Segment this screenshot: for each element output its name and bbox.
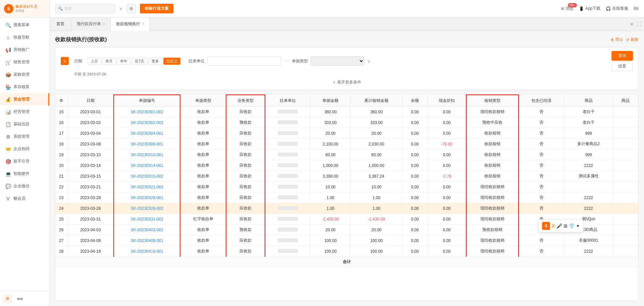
table-row[interactable]: 22 2023-03-21 SK-20230321-003 收款单 应收款 10…	[55, 182, 638, 192]
sidebar-item-shortcut[interactable]: ⌂快捷导航	[0, 31, 49, 44]
sidebar-item-search[interactable]: 🔍搜索菜单	[0, 19, 49, 31]
table-row[interactable]: 26 2023-04-03 SK-20230403-002 收款单 预收款 20…	[55, 225, 638, 235]
sidebar-item-purchase[interactable]: 📦采购管理	[0, 68, 49, 81]
online-service-button[interactable]: 🎧 在线客服	[606, 6, 628, 11]
sidebar-item-member[interactable]: V畅会员	[0, 192, 49, 205]
filter-expand-button[interactable]: »	[61, 57, 69, 65]
doc-no-link[interactable]: SK-20230302-002	[130, 120, 163, 125]
filter-settings-button[interactable]: 设置	[611, 61, 633, 71]
total-label: 合计	[55, 257, 638, 267]
th-settings[interactable]: ⚙	[55, 95, 67, 107]
sidebar-item-operation[interactable]: 📊经营管理	[0, 106, 49, 118]
tabs-fullscreen-icon[interactable]: ⛶	[637, 21, 641, 27]
sidebar-item-marketing[interactable]: 📢营销推广	[0, 44, 49, 56]
cell-product2	[613, 182, 638, 192]
table-row[interactable]: 24 2023-03-28 SK-20230328-002 收款单 应收款 1.…	[55, 203, 638, 214]
cell-included: 否	[519, 214, 564, 225]
doc-type-select[interactable]	[311, 56, 364, 66]
table-row[interactable]: 23 2023-03-28 SK-20230328-001 收款单 应收款 1.…	[55, 192, 638, 203]
doc-no-link[interactable]: SK-20230408-001	[130, 238, 163, 243]
cell-amount: 20.00	[311, 128, 351, 139]
custom-date-btn[interactable]: 自定义	[163, 58, 180, 65]
cell-doc-no: SK-20230308-001	[114, 139, 180, 149]
export-button[interactable]: ⬆ 导出	[610, 37, 623, 43]
table-row[interactable]: 27 2023-04-08 SK-20230408-001 收款单 应收款 10…	[55, 235, 638, 246]
this-year-btn[interactable]: 本年	[117, 58, 130, 65]
message-button[interactable]: ✉ 消息 99+	[561, 6, 574, 11]
doc-no-link[interactable]: SK-20230403-002	[130, 228, 163, 232]
tab-prepayment[interactable]: 预付款应付单 ×	[71, 17, 111, 31]
cell-doc-no: SK-20230403-002	[114, 225, 180, 235]
cell-verify-type: 现结收款核销	[466, 192, 519, 203]
topbar-search[interactable]: 🔍 搜索	[55, 4, 115, 13]
sidebar-item-guide[interactable]: 🎯新手引导	[0, 155, 49, 168]
sidebar-item-system[interactable]: ⚙系统管理	[0, 130, 49, 143]
sidebar-item-hardware[interactable]: 💻智能硬件	[0, 168, 49, 180]
doc-no-link[interactable]: SK-20230331-002	[130, 217, 163, 222]
doc-no-link[interactable]: SK-20230328-001	[130, 195, 163, 200]
cell-included: 否	[519, 107, 564, 117]
counterpart-input[interactable]	[207, 56, 281, 66]
last-7days-btn[interactable]: 近7天	[132, 58, 147, 65]
cell-included: 否	[519, 160, 564, 171]
user-avatar[interactable]: Rit	[634, 6, 639, 11]
tab-home[interactable]: 首页	[50, 17, 71, 31]
this-month-btn[interactable]: 本月	[102, 58, 116, 65]
doc-no-link[interactable]: SK-20230301-002	[130, 110, 163, 114]
cell-amount: 2,100.00	[311, 139, 351, 149]
cell-no: 22	[55, 182, 67, 192]
refresh-button[interactable]: ↺ 刷新	[626, 37, 639, 43]
sidebar-item-enterprise[interactable]: 🤝企业协同	[0, 143, 49, 155]
topbar-gear-icon[interactable]: ⚙	[126, 4, 136, 13]
sidebar-item-finance[interactable]: 💰资金管理	[0, 93, 49, 106]
doc-no-link[interactable]: SK-20230315-002	[130, 174, 163, 179]
system-icon: ⚙	[5, 134, 11, 139]
sidebar-item-sales[interactable]: 🛒销售管理	[0, 56, 49, 68]
sidebar-item-stock[interactable]: 🏪库存核算	[0, 81, 49, 93]
table-row[interactable]: 20 2023-03-14 SK-20230314-001 收款单 应收款 1,…	[55, 160, 638, 171]
table-row[interactable]: 25 2023-03-31 SK-20230331-002 红字收款单 应收款 …	[55, 214, 638, 225]
query-button[interactable]: 查询	[611, 51, 633, 61]
topbar-chevron-icon[interactable]: ∨	[119, 6, 122, 11]
table-row[interactable]: 16 2023-03-02 SK-20230302-002 收款单 预收款 33…	[55, 117, 638, 128]
cell-balance: 0.00	[402, 182, 428, 192]
doc-no-link[interactable]: SK-20230418-001	[130, 249, 163, 254]
th-counterpart: 往来单位	[265, 95, 311, 107]
table-row[interactable]: 18 2023-03-08 SK-20230308-001 收款单 应收款 2,…	[55, 139, 638, 149]
table-row[interactable]: 15 2023-03-01 SK-20230301-002 收款单 应收款 36…	[55, 107, 638, 117]
counterpart-label: 往来单位	[189, 58, 205, 64]
tab-receipt-close[interactable]: ×	[142, 22, 144, 26]
cell-date: 2023-03-02	[67, 117, 114, 128]
cell-product1: 999	[564, 128, 613, 139]
settings-icon[interactable]: ⚙	[3, 294, 12, 303]
sidebar-item-basic[interactable]: 📋基础信息	[0, 118, 49, 130]
cell-discount: 0.00	[427, 203, 466, 214]
expand-conditions-btn[interactable]: ∨ 展开更多条件	[61, 78, 633, 86]
table-row[interactable]: 21 2023-03-15 SK-20230315-002 收款单 应收款 3,…	[55, 171, 638, 182]
app-download-button[interactable]: 📱 App下载	[579, 6, 600, 11]
solution-button[interactable]: 体验行业方案	[140, 4, 173, 13]
table-row[interactable]: 19 2023-03-10 SK-20230310-001 收款单 应收款 60…	[55, 149, 638, 160]
doc-no-link[interactable]: SK-20230308-001	[130, 142, 163, 146]
table-row[interactable]: 28 2023-04-18 SK-20230418-001 收款单 应收款 10…	[55, 246, 638, 257]
cell-amount: 3,390.00	[311, 171, 351, 182]
doc-no-link[interactable]: SK-20230321-003	[130, 185, 163, 189]
cell-biz-type: 应收款	[226, 149, 265, 160]
tabs-close-icon[interactable]: ✕	[630, 21, 634, 27]
headset-icon: 🎧	[606, 6, 611, 11]
cell-balance: 0.00	[402, 107, 428, 117]
collapse-icon[interactable]: ◀◀	[15, 294, 24, 303]
doc-no-link[interactable]: SK-20230310-001	[130, 152, 163, 157]
tab-receipt-verification[interactable]: 收款核销执行 ×	[111, 17, 150, 31]
cell-discount: 0.00	[427, 246, 466, 257]
doc-no-link[interactable]: SK-20230328-002	[130, 206, 163, 211]
cell-verify-type: 现结收款核销	[466, 235, 519, 246]
more-date-btn[interactable]: 更多	[149, 58, 162, 65]
message-badge: 99+	[568, 3, 577, 7]
last-month-btn[interactable]: 上月	[88, 58, 101, 65]
tab-prepayment-close[interactable]: ×	[103, 22, 105, 26]
doc-no-link[interactable]: SK-20230314-001	[130, 163, 163, 168]
table-row[interactable]: 17 2023-03-04 SK-20230304-001 收款单 应收款 20…	[55, 128, 638, 139]
sidebar-item-wechat[interactable]: 💬企业微信	[0, 180, 49, 192]
doc-no-link[interactable]: SK-20230304-001	[130, 131, 163, 136]
